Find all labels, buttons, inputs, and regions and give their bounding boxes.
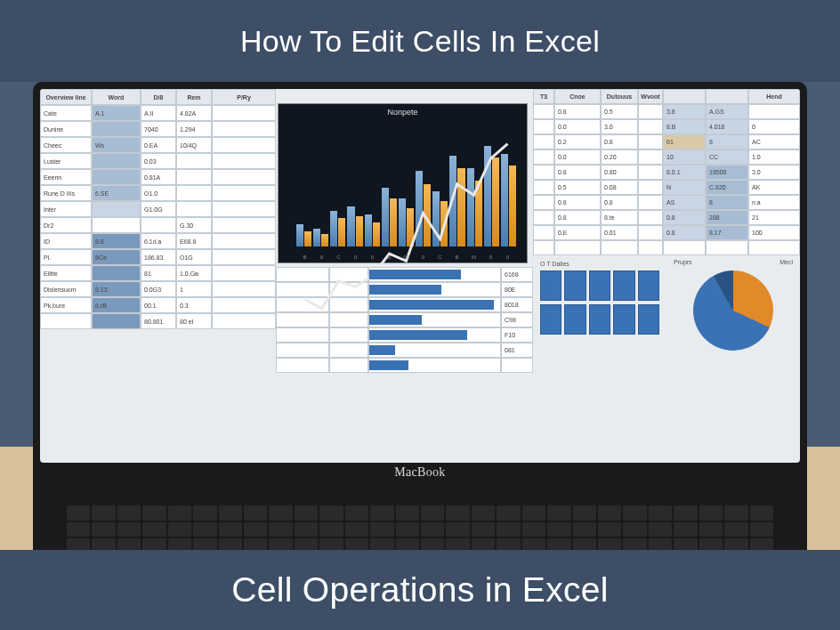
spreadsheet-cell[interactable]: Pk.bure <box>40 297 92 313</box>
spreadsheet-cell[interactable]: 0.01 <box>601 225 638 240</box>
spreadsheet-cell[interactable] <box>212 137 276 153</box>
spreadsheet-cell[interactable]: N <box>663 180 706 195</box>
spreadsheet-cell[interactable]: Cheec <box>40 137 92 153</box>
spreadsheet-cell[interactable]: F10 <box>501 327 533 343</box>
spreadsheet-cell[interactable]: Dr2 <box>40 217 92 233</box>
spreadsheet-cell[interactable]: 081 <box>501 343 533 358</box>
spreadsheet-cell[interactable] <box>329 267 368 282</box>
spreadsheet-cell[interactable]: 1 <box>176 281 212 297</box>
spreadsheet-cell[interactable]: 0.8 <box>601 134 638 149</box>
spreadsheet-cell[interactable]: 61 <box>663 134 706 149</box>
spreadsheet-cell[interactable]: 10/4Q <box>176 137 212 153</box>
spreadsheet-cell[interactable] <box>212 121 276 137</box>
spreadsheet-cell[interactable]: Ws <box>92 137 141 153</box>
spreadsheet-cell[interactable] <box>92 265 141 281</box>
spreadsheet-cell[interactable] <box>92 201 141 217</box>
spreadsheet-cell[interactable]: AK <box>748 180 800 195</box>
spreadsheet-cell[interactable] <box>276 297 329 312</box>
spreadsheet-cell[interactable] <box>329 343 368 358</box>
spreadsheet-cell[interactable]: ID <box>40 233 92 249</box>
spreadsheet-cell[interactable]: 8.13 <box>92 281 141 297</box>
spreadsheet-cell[interactable]: 0.20 <box>601 149 638 165</box>
spreadsheet-cell[interactable]: 21 <box>748 210 800 225</box>
spreadsheet-cell[interactable]: 8 <box>706 134 748 149</box>
spreadsheet-cell[interactable]: Elitte <box>40 265 92 281</box>
spreadsheet-cell[interactable] <box>40 313 92 329</box>
spreadsheet-cell[interactable]: P/Ry <box>212 89 276 105</box>
spreadsheet-cell[interactable]: 8Ce <box>92 249 141 265</box>
spreadsheet-cell[interactable] <box>141 217 176 233</box>
spreadsheet-cell[interactable]: Dislensuom <box>40 281 92 297</box>
spreadsheet-cell[interactable] <box>212 281 276 297</box>
spreadsheet-cell[interactable]: 3.8 <box>663 104 706 119</box>
spreadsheet-cell[interactable] <box>533 240 554 255</box>
spreadsheet-cell[interactable] <box>533 149 554 165</box>
spreadsheet-cell[interactable]: 0.8 <box>554 210 601 225</box>
spreadsheet-cell[interactable]: 0.8 <box>554 104 601 119</box>
spreadsheet-cell[interactable] <box>554 240 601 255</box>
spreadsheet-cell[interactable]: 0.8 <box>601 195 638 210</box>
spreadsheet-cell[interactable]: 1.294 <box>176 121 212 137</box>
spreadsheet-cell[interactable]: Cnoe <box>554 89 601 104</box>
spreadsheet-cell[interactable]: 0.0G3 <box>141 281 176 297</box>
spreadsheet-cell[interactable]: 3.0 <box>601 119 638 134</box>
spreadsheet-cell[interactable]: 80 eI <box>176 313 212 329</box>
spreadsheet-cell[interactable]: 00.1 <box>141 297 176 313</box>
spreadsheet-cell[interactable] <box>276 282 329 297</box>
hbar-cell[interactable] <box>368 327 501 343</box>
spreadsheet-cell[interactable]: 8.17 <box>706 225 748 240</box>
spreadsheet-cell[interactable]: A.GS <box>706 104 748 119</box>
spreadsheet-cell[interactable] <box>176 153 212 169</box>
spreadsheet-cell[interactable]: 0 <box>748 119 800 134</box>
spreadsheet-cell[interactable]: G.30 <box>176 217 212 233</box>
spreadsheet-cell[interactable]: 8.0.1 <box>663 165 706 180</box>
spreadsheet-cell[interactable] <box>638 149 663 165</box>
spreadsheet-cell[interactable]: Rune D IIIs <box>40 185 92 201</box>
spreadsheet-cell[interactable] <box>501 358 533 373</box>
spreadsheet-cell[interactable] <box>533 210 554 225</box>
spreadsheet-cell[interactable]: C.820 <box>706 180 748 195</box>
spreadsheet-cell[interactable]: 8018 <box>501 297 533 312</box>
spreadsheet-cell[interactable]: O1G <box>176 249 212 265</box>
spreadsheet-cell[interactable]: 18500 <box>706 165 748 180</box>
spreadsheet-cell[interactable]: 1.0 <box>748 149 800 165</box>
spreadsheet-cell[interactable]: 1.0.Ga <box>176 265 212 281</box>
hbar-cell[interactable] <box>368 297 501 312</box>
spreadsheet-cell[interactable]: Word <box>92 89 141 105</box>
spreadsheet-cell[interactable] <box>533 180 554 195</box>
spreadsheet-cell[interactable] <box>276 358 329 373</box>
spreadsheet-cell[interactable]: A.1 <box>92 105 141 121</box>
spreadsheet-cell[interactable]: 3.0 <box>748 165 800 180</box>
spreadsheet-cell[interactable]: Hend <box>748 89 800 104</box>
spreadsheet-cell[interactable] <box>212 153 276 169</box>
hbar-cell[interactable] <box>368 267 501 282</box>
spreadsheet-cell[interactable] <box>638 225 663 240</box>
spreadsheet-cell[interactable] <box>212 217 276 233</box>
spreadsheet-cell[interactable]: 8.B <box>663 119 706 134</box>
spreadsheet-cell[interactable]: A.II <box>141 105 176 121</box>
spreadsheet-cell[interactable]: Cate <box>40 105 92 121</box>
spreadsheet-cell[interactable]: G1.0G <box>141 201 176 217</box>
spreadsheet-cell[interactable] <box>533 119 554 134</box>
hbar-cell[interactable] <box>368 343 501 358</box>
spreadsheet-cell[interactable] <box>638 240 663 255</box>
spreadsheet-cell[interactable]: 81 <box>141 265 176 281</box>
spreadsheet-cell[interactable]: 288 <box>706 210 748 225</box>
spreadsheet-cell[interactable]: 0.8 <box>554 195 601 210</box>
spreadsheet-cell[interactable] <box>638 195 663 210</box>
spreadsheet-cell[interactable]: 6.rB <box>92 297 141 313</box>
spreadsheet-cell[interactable]: Dunine <box>40 121 92 137</box>
spreadsheet-cell[interactable]: 0.EA <box>141 137 176 153</box>
spreadsheet-cell[interactable]: Luster <box>40 153 92 169</box>
spreadsheet-cell[interactable] <box>329 282 368 297</box>
spreadsheet-cell[interactable] <box>533 195 554 210</box>
spreadsheet-cell[interactable]: Overview line <box>40 89 92 105</box>
spreadsheet-cell[interactable] <box>638 134 663 149</box>
spreadsheet-cell[interactable] <box>276 327 329 343</box>
spreadsheet-cell[interactable] <box>276 267 329 282</box>
spreadsheet-cell[interactable] <box>638 104 663 119</box>
spreadsheet-cell[interactable]: 8 <box>706 195 748 210</box>
spreadsheet-cell[interactable]: 4.82A <box>176 105 212 121</box>
spreadsheet-cell[interactable]: Pl. <box>40 249 92 265</box>
spreadsheet-cell[interactable]: Dutouus <box>601 89 638 104</box>
